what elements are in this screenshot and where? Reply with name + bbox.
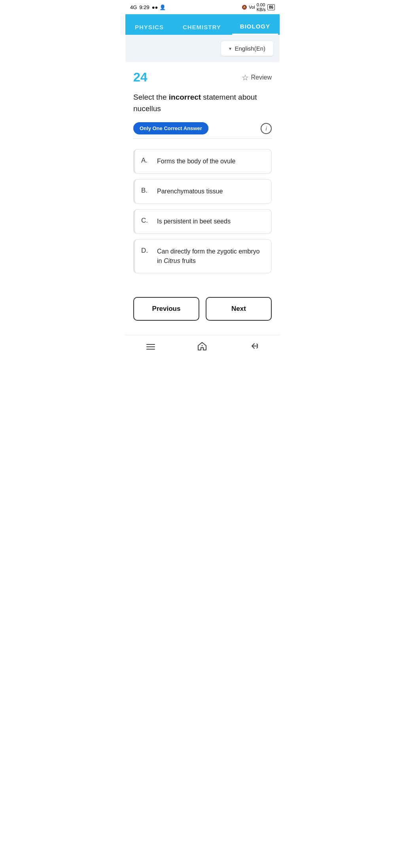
- option-d-text: Can directly form the zygotic embryo in …: [157, 247, 265, 266]
- subject-tabs: PHYSICS CHEMISTRY BIOLOGY: [125, 14, 280, 35]
- battery-indicator: 86: [267, 4, 275, 10]
- option-a-label: A.: [141, 157, 151, 165]
- chevron-down-icon: ▾: [229, 46, 231, 51]
- question-header: 24 ☆ Review: [133, 70, 272, 85]
- divider: [133, 138, 272, 139]
- language-label: English(En): [235, 45, 265, 52]
- tab-biology[interactable]: BIOLOGY: [232, 19, 278, 35]
- status-left: 4G 9:29 ●● 👤: [130, 4, 166, 10]
- option-a[interactable]: A. Forms the body of the ovule: [133, 149, 272, 174]
- menu-icon[interactable]: [138, 342, 163, 351]
- info-icon[interactable]: i: [261, 123, 272, 134]
- option-b[interactable]: B. Parenchymatous tissue: [133, 179, 272, 204]
- vol-label: Vol: [249, 5, 255, 9]
- language-area: ▾ English(En): [125, 35, 280, 62]
- signal-indicator: 4G: [130, 4, 137, 10]
- question-number: 24: [133, 70, 148, 85]
- back-icon[interactable]: [241, 340, 267, 354]
- bell-icon: 🔕: [242, 5, 247, 10]
- question-text-bold: incorrect: [169, 93, 201, 101]
- question-text: Select the incorrect statement about nuc…: [133, 92, 272, 114]
- svg-point-0: [201, 345, 202, 346]
- home-icon[interactable]: [189, 340, 215, 354]
- option-b-label: B.: [141, 187, 151, 195]
- question-text-part1: Select the: [133, 93, 169, 101]
- status-right: 🔕 Vol 0.00KB/s 86: [242, 2, 275, 12]
- review-label: Review: [251, 74, 272, 81]
- chat-icons: ●● 👤: [152, 4, 166, 10]
- answer-type-row: Only One Correct Answer i: [133, 122, 272, 134]
- previous-button[interactable]: Previous: [133, 297, 199, 321]
- review-button[interactable]: ☆ Review: [242, 73, 272, 82]
- question-area: 24 ☆ Review Select the incorrect stateme…: [125, 62, 280, 149]
- option-c-text: Is persistent in beet seeds: [157, 217, 231, 226]
- star-icon: ☆: [242, 73, 249, 82]
- option-c-label: C.: [141, 217, 151, 225]
- time-display: 9:29: [139, 4, 149, 10]
- option-d-text-part2: fruits: [180, 257, 196, 264]
- option-b-text: Parenchymatous tissue: [157, 187, 223, 196]
- language-selector[interactable]: ▾ English(En): [221, 41, 273, 56]
- tab-chemistry[interactable]: CHEMISTRY: [175, 20, 229, 34]
- option-d[interactable]: D. Can directly form the zygotic embryo …: [133, 239, 272, 273]
- network-speed: 0.00KB/s: [257, 2, 266, 12]
- option-a-text: Forms the body of the ovule: [157, 157, 235, 166]
- option-c[interactable]: C. Is persistent in beet seeds: [133, 209, 272, 234]
- bottom-nav-bar: [125, 335, 280, 358]
- next-button[interactable]: Next: [206, 297, 272, 321]
- navigation-buttons: Previous Next: [125, 291, 280, 327]
- tab-physics[interactable]: PHYSICS: [127, 20, 172, 34]
- status-bar: 4G 9:29 ●● 👤 🔕 Vol 0.00KB/s 86: [125, 0, 280, 14]
- option-d-text-italic: Citrus: [164, 257, 180, 264]
- options-container: A. Forms the body of the ovule B. Parenc…: [125, 149, 280, 287]
- option-d-label: D.: [141, 247, 151, 255]
- answer-type-badge: Only One Correct Answer: [133, 122, 208, 134]
